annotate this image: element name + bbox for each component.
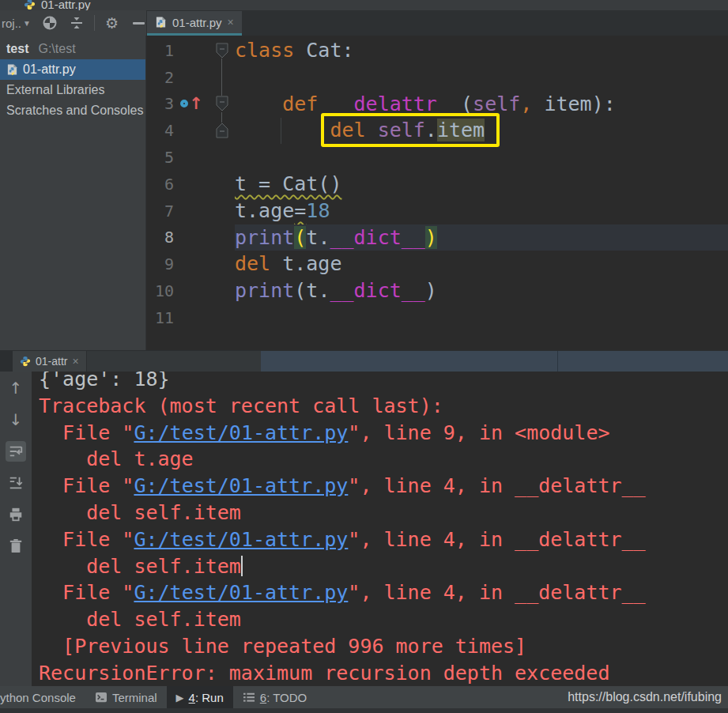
editor-line-5[interactable]: 5 — [146, 144, 728, 171]
soft-wrap-icon[interactable] — [6, 441, 26, 462]
console-text: ", line 4, in __delattr__ — [348, 581, 645, 604]
file-link[interactable]: G:/test/01-attr.py — [134, 474, 348, 497]
statusbar-python-console[interactable]: ython Console — [0, 686, 85, 708]
editor-line-2[interactable]: 2 — [146, 64, 728, 91]
settings-gear-icon[interactable]: ⚙ — [104, 14, 120, 32]
line-number[interactable]: 1 — [146, 41, 174, 60]
todo-list-icon — [243, 692, 255, 703]
code-token: ( — [294, 279, 306, 302]
fold-connector-line — [221, 112, 222, 123]
console-text: del self.item — [39, 555, 241, 578]
line-number[interactable]: 3 — [146, 94, 174, 113]
code-token: class — [235, 39, 306, 62]
statusbar-todo[interactable]: 6: TODO — [233, 686, 316, 708]
console-output[interactable]: {'age': 18}Traceback (most recent call l… — [32, 372, 728, 686]
console-text: File " — [39, 421, 134, 444]
pycharm-window: 01-attr.py roj.. ▼ ⚙ — [0, 0, 728, 713]
code-text: class Cat: — [235, 37, 728, 64]
bottom-strip — [0, 708, 728, 713]
code-token: ) — [425, 226, 437, 249]
file-link[interactable]: G:/test/01-attr.py — [134, 421, 348, 444]
text-caret — [241, 556, 243, 576]
code-token: t. — [306, 226, 330, 249]
line-number[interactable]: 5 — [146, 148, 174, 167]
hide-panel-icon[interactable] — [130, 14, 146, 32]
statusbar-run[interactable]: ▶ 4: Run — [167, 686, 233, 708]
code-editor[interactable]: 1class Cat:23↑ def __delattr__(self, ite… — [146, 36, 728, 350]
band-divider — [557, 351, 558, 372]
code-token: t.age — [282, 252, 341, 275]
code-token: __delattr__ — [330, 92, 461, 115]
editor-tab-strip: 01-attr.py × — [146, 10, 728, 36]
print-icon[interactable] — [6, 504, 26, 525]
fold-column — [209, 96, 235, 111]
code-token: ): — [592, 92, 616, 115]
fold-column — [209, 123, 235, 138]
console-tab-01-attr[interactable]: 01-attr × — [13, 351, 86, 372]
code-token: t.age — [235, 199, 294, 222]
code-token: ( — [294, 226, 306, 249]
console-toolbar: ↑ ↓ — [0, 372, 32, 686]
project-item-label: 01-attr.py — [23, 62, 76, 77]
console-text: File " — [39, 474, 134, 497]
console-line: File "G:/test/01-attr.py", line 4, in __… — [39, 526, 728, 553]
line-number[interactable]: 8 — [146, 228, 174, 247]
file-link[interactable]: G:/test/01-attr.py — [134, 581, 348, 604]
fold-marker-icon[interactable] — [216, 96, 228, 111]
editor-line-6[interactable]: 6t = Cat() — [146, 171, 728, 198]
override-up-arrow-icon: ↑ — [189, 96, 203, 112]
line-number[interactable]: 4 — [146, 121, 174, 140]
editor-line-4[interactable]: 4 del self.item — [146, 117, 728, 144]
project-item-01-attr-py[interactable]: 01-attr.py — [0, 59, 145, 80]
up-the-stack-trace-icon[interactable]: ↑ — [6, 378, 26, 398]
editor-line-7[interactable]: 7t.age=18 — [146, 198, 728, 224]
editor-line-10[interactable]: 10print(t.__dict__) — [146, 277, 728, 304]
project-selector-dropdown[interactable]: roj.. ▼ — [2, 17, 31, 30]
project-item-external-libraries[interactable]: External Libraries — [0, 80, 145, 100]
console-text: ", line 4, in __delattr__ — [348, 474, 645, 497]
locate-file-icon[interactable] — [42, 14, 58, 32]
close-tab-icon[interactable]: × — [72, 355, 78, 368]
line-number[interactable]: 9 — [146, 255, 174, 274]
code-token: del — [330, 119, 377, 141]
console-text: ", line 9, in <module> — [348, 421, 609, 444]
statusbar-terminal[interactable]: Terminal — [85, 686, 167, 708]
code-text: t.age=18 — [235, 198, 728, 224]
console-line: del self.item — [39, 500, 728, 526]
chevron-down-icon: ▼ — [23, 19, 31, 28]
down-the-stack-trace-icon[interactable]: ↓ — [6, 409, 26, 430]
code-token: = — [294, 199, 306, 222]
console-line: [Previous line repeated 996 more times] — [39, 633, 728, 660]
fold-marker-icon[interactable] — [216, 123, 228, 138]
line-number[interactable]: 11 — [146, 308, 174, 327]
console-text: RecursionError: maximum recursion depth … — [39, 662, 609, 685]
scroll-to-end-icon[interactable] — [6, 473, 26, 493]
project-item-scratches[interactable]: Scratches and Consoles — [0, 100, 145, 121]
close-tab-icon[interactable]: × — [228, 16, 234, 28]
fold-marker-icon[interactable] — [216, 43, 228, 58]
watermark-url: https://blog.csdn.net/ifubing — [568, 686, 722, 708]
line-number[interactable]: 7 — [146, 202, 174, 221]
clear-all-trash-icon[interactable] — [6, 536, 26, 556]
file-link[interactable]: G:/test/01-attr.py — [134, 528, 348, 551]
indent-guide-line — [281, 118, 281, 144]
code-token: . — [425, 119, 437, 141]
override-method-icon[interactable] — [180, 100, 188, 108]
project-root-row[interactable]: test G:\test — [0, 39, 145, 59]
code-text: del t.age — [235, 251, 728, 277]
code-token: item — [544, 92, 591, 115]
code-token — [532, 92, 544, 115]
line-number[interactable]: 10 — [146, 281, 174, 300]
toolbar-row: roj.. ▼ ⚙ 01-attr.py × — [0, 10, 728, 36]
line-number[interactable]: 2 — [146, 68, 174, 87]
editor-tab-01-attr-py[interactable]: 01-attr.py × — [147, 11, 242, 36]
editor-line-1[interactable]: 1class Cat: — [146, 37, 728, 64]
console-line: File "G:/test/01-attr.py", line 4, in __… — [39, 473, 728, 500]
line-number[interactable]: 6 — [146, 175, 174, 194]
console-line: del t.age — [39, 446, 728, 473]
editor-line-8[interactable]: 8print(t.__dict__) — [146, 224, 728, 251]
console-text: {'age': 18} — [39, 372, 170, 390]
editor-line-9[interactable]: 9del t.age — [146, 251, 728, 277]
editor-line-11[interactable]: 11 — [146, 304, 728, 331]
collapse-all-icon[interactable] — [69, 14, 85, 32]
